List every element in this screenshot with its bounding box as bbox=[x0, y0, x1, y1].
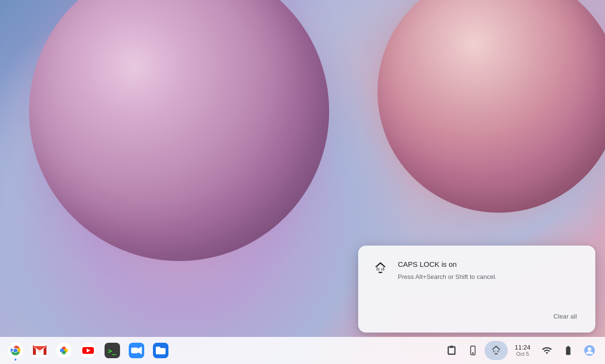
shelf-apps: >_ bbox=[4, 339, 442, 362]
chrome-active-dot bbox=[15, 359, 16, 361]
caps-lock-status-button[interactable] bbox=[484, 341, 508, 360]
shelf-app-zoom[interactable] bbox=[125, 339, 148, 362]
svg-point-21 bbox=[473, 353, 474, 354]
sphere-left bbox=[29, 0, 329, 261]
shelf-app-gmail[interactable] bbox=[28, 339, 51, 362]
notification-content: CAPS LOCK is on Press Alt+Search or Shif… bbox=[372, 259, 582, 302]
svg-rect-14 bbox=[131, 348, 138, 353]
status-area: 11:24 Oct 5 bbox=[442, 341, 601, 360]
time-display: 11:24 bbox=[514, 344, 530, 351]
shelf-app-terminal[interactable]: >_ bbox=[101, 339, 124, 362]
clear-all-button[interactable]: Clear all bbox=[548, 310, 582, 323]
notification-popup: CAPS LOCK is on Press Alt+Search or Shif… bbox=[358, 246, 595, 333]
shelf-app-files[interactable] bbox=[149, 339, 172, 362]
notification-text: CAPS LOCK is on Press Alt+Search or Shif… bbox=[398, 259, 582, 282]
notification-body: Press Alt+Search or Shift to cancel. bbox=[398, 272, 582, 282]
shelf-app-youtube[interactable] bbox=[76, 339, 100, 362]
battery-button[interactable] bbox=[559, 341, 578, 360]
datetime-button[interactable]: 11:24 Oct 5 bbox=[510, 341, 535, 360]
shelf-app-photos[interactable] bbox=[52, 339, 76, 362]
taskbar: >_ bbox=[0, 337, 605, 364]
shelf-app-chrome[interactable] bbox=[4, 339, 27, 362]
phone-hub-button[interactable] bbox=[463, 341, 483, 360]
svg-point-4 bbox=[14, 349, 17, 352]
clipboard-button[interactable] bbox=[442, 341, 461, 360]
system-tray-avatar[interactable] bbox=[580, 341, 599, 360]
date-display: Oct 5 bbox=[516, 351, 529, 357]
sphere-right bbox=[378, 0, 605, 213]
notification-actions: Clear all bbox=[372, 310, 582, 323]
svg-rect-19 bbox=[449, 347, 455, 354]
svg-rect-22 bbox=[495, 353, 498, 354]
caps-lock-notification-icon bbox=[372, 260, 389, 277]
wifi-button[interactable] bbox=[537, 341, 557, 360]
svg-rect-0 bbox=[378, 272, 382, 273]
notification-title: CAPS LOCK is on bbox=[398, 259, 582, 269]
svg-point-24 bbox=[588, 348, 591, 351]
svg-text:>_: >_ bbox=[108, 347, 116, 355]
